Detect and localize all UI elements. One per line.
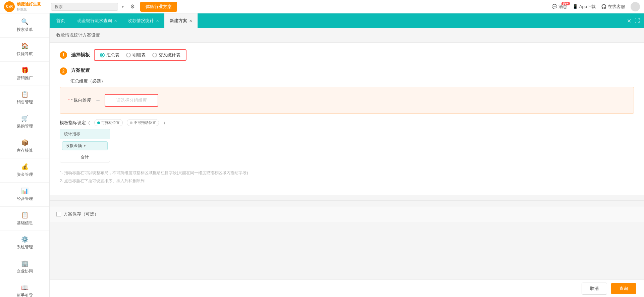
download-btn[interactable]: 📱 App下载 bbox=[573, 4, 596, 10]
operations-icon: 📊 bbox=[21, 187, 29, 195]
no-drag-badge: 不可拖动位置 bbox=[127, 119, 159, 126]
tabbar-actions: ✕ ⛶ bbox=[627, 18, 644, 24]
download-icon: 📱 bbox=[573, 4, 578, 9]
indicator-title: 模板指标设定（ bbox=[60, 120, 90, 126]
radio-summary-circle bbox=[100, 53, 105, 57]
sidebar-item-marketing[interactable]: 🎁 营销推广 bbox=[0, 62, 49, 86]
dim-placeholder[interactable]: 请选择分组维度 bbox=[105, 94, 158, 107]
sidebar-item-basics[interactable]: 📋 基础信息 bbox=[0, 207, 49, 231]
tab-home[interactable]: 首页 bbox=[50, 13, 72, 28]
radio-crosstab-circle bbox=[152, 53, 157, 57]
vertical-dim-label: * * 纵向维度 bbox=[68, 97, 91, 103]
sidebar-item-quicknav[interactable]: 🏠 快捷导航 bbox=[0, 38, 49, 62]
template-select-box: 汇总表 明细表 交叉统计表 bbox=[94, 49, 186, 61]
trial-button[interactable]: 体验行业方案 bbox=[140, 2, 177, 12]
messages-badge: 99+ bbox=[561, 2, 570, 5]
step2-number: 2 bbox=[60, 67, 67, 75]
logo-text: 畅捷通好生意 标准版 bbox=[17, 1, 41, 12]
step1-number: 1 bbox=[60, 51, 67, 59]
config-section: 汇总维度（必选） * * 纵向维度 → 请选择分组维度 bbox=[60, 75, 634, 188]
sidebar-item-finance[interactable]: 💰 资金管理 bbox=[0, 158, 49, 183]
system-icon: ⚙️ bbox=[21, 236, 29, 243]
cancel-button[interactable]: 取消 bbox=[582, 283, 607, 295]
step1-label: 选择模板 bbox=[71, 52, 90, 58]
sidebar-item-operations[interactable]: 📊 经营管理 bbox=[0, 183, 49, 207]
radio-crosstab[interactable]: 交叉统计表 bbox=[152, 52, 180, 58]
query-button[interactable]: 查询 bbox=[611, 283, 636, 294]
home-icon: 🏠 bbox=[21, 42, 29, 50]
marketing-icon: 🎁 bbox=[21, 66, 29, 74]
enterprise-icon: 🏢 bbox=[21, 260, 29, 267]
logo-icon: CaR bbox=[4, 1, 15, 12]
message-icon: 💬 bbox=[552, 4, 557, 9]
draggable-badge: 可拖动位置 bbox=[94, 119, 123, 126]
draggable-dot bbox=[97, 121, 100, 124]
messages-btn[interactable]: 💬 消息 99+ bbox=[552, 4, 567, 10]
inventory-icon: 📦 bbox=[21, 139, 29, 146]
indicator-header: 模板指标设定（ 可拖动位置 不可拖动位置 ） bbox=[60, 119, 634, 126]
tips-area: 1. 拖动标题栏可以调整布局，不可跨维度或指标区域拖动栏目字段(只能在同一维度或… bbox=[60, 169, 634, 185]
sidebar-item-sales[interactable]: 📋 销售管理 bbox=[0, 86, 49, 110]
sales-icon: 📋 bbox=[21, 91, 29, 98]
finance-icon: 💰 bbox=[21, 163, 29, 170]
support-icon: 🎧 bbox=[601, 4, 606, 9]
section-divider bbox=[50, 200, 644, 201]
no-drag-dot bbox=[130, 121, 132, 124]
sidebar-item-guide[interactable]: 📖 新手引导 bbox=[0, 279, 49, 297]
tip2-text: 2. 点击标题栏下拉可设置排序、插入列和删除列 bbox=[60, 177, 145, 185]
tab-new-plan[interactable]: 新建方案 ✕ bbox=[164, 13, 198, 28]
tab-close-bank[interactable]: ✕ bbox=[114, 19, 117, 23]
footer: 取消 查询 bbox=[50, 280, 644, 297]
topbar-right: 💬 消息 99+ 📱 App下载 🎧 在线客服 bbox=[552, 2, 640, 11]
tip2-row: 2. 点击标题栏下拉可设置排序、插入列和删除列 bbox=[60, 177, 634, 185]
indicator-table: 统计指标 收款金额 ▾ 合计 bbox=[60, 129, 110, 162]
radio-summary[interactable]: 汇总表 bbox=[100, 52, 119, 58]
tab-close-receipt[interactable]: ✕ bbox=[156, 19, 159, 23]
dropdown-chevron-icon[interactable]: ▼ bbox=[121, 4, 125, 9]
step2-label: 方案配置 bbox=[71, 67, 90, 73]
dim-title: 汇总维度（必选） bbox=[70, 78, 634, 84]
support-btn[interactable]: 🎧 在线客服 bbox=[601, 4, 625, 10]
close-window-icon[interactable]: ✕ bbox=[627, 18, 631, 24]
search-input[interactable] bbox=[51, 3, 118, 11]
sidebar-item-system[interactable]: ⚙️ 系统管理 bbox=[0, 231, 49, 255]
radio-detail[interactable]: 明细表 bbox=[126, 52, 146, 58]
indicator-title-end: ） bbox=[163, 120, 167, 126]
indicator-table-header: 统计指标 bbox=[60, 129, 110, 139]
tab-bank-flow[interactable]: 现金银行流水查询 ✕ bbox=[72, 13, 122, 28]
main-layout: 🔍 搜索菜单 🏠 快捷导航 🎁 营销推广 📋 销售管理 🛒 采购管理 📦 库存核… bbox=[0, 13, 644, 297]
tip1-row: 1. 拖动标题栏可以调整布局，不可跨维度或指标区域拖动栏目字段(只能在同一维度或… bbox=[60, 169, 634, 177]
basics-icon: 📋 bbox=[21, 211, 29, 219]
save-checkbox[interactable] bbox=[56, 212, 61, 216]
search-menu-icon: 🔍 bbox=[21, 18, 29, 26]
form-area: 1 选择模板 汇总表 明细表 交叉统计表 bbox=[50, 43, 644, 195]
sidebar-item-search[interactable]: 🔍 搜索菜单 bbox=[0, 13, 49, 38]
dim-row: * * 纵向维度 → 请选择分组维度 bbox=[68, 94, 626, 107]
gear-icon[interactable]: ⚙ bbox=[130, 3, 135, 10]
step2-row: 2 方案配置 bbox=[60, 67, 634, 75]
sidebar-item-purchase[interactable]: 🛒 采购管理 bbox=[0, 110, 49, 134]
topbar: CaR 畅捷通好生意 标准版 ▼ ⚙ 体验行业方案 💬 消息 99+ 📱 App… bbox=[0, 0, 644, 13]
sidebar: 🔍 搜索菜单 🏠 快捷导航 🎁 营销推广 📋 销售管理 🛒 采购管理 📦 库存核… bbox=[0, 13, 50, 297]
save-option-row: 方案保存（可选） bbox=[50, 206, 644, 222]
sidebar-item-inventory[interactable]: 📦 库存核算 bbox=[0, 134, 49, 158]
logo-area: CaR 畅捷通好生意 标准版 bbox=[4, 1, 51, 12]
save-label: 方案保存（可选） bbox=[64, 211, 99, 217]
user-avatar[interactable] bbox=[631, 2, 640, 11]
indicator-tag-amount[interactable]: 收款金额 ▾ bbox=[62, 141, 108, 150]
maximize-icon[interactable]: ⛶ bbox=[635, 18, 640, 24]
tab-close-new[interactable]: ✕ bbox=[189, 19, 192, 23]
indicator-section: 模板指标设定（ 可拖动位置 不可拖动位置 ） bbox=[60, 119, 634, 163]
arrow-icon: → bbox=[95, 97, 101, 103]
guide-icon: 📖 bbox=[21, 284, 29, 291]
content-area: 首页 现金银行流水查询 ✕ 收款情况统计 ✕ 新建方案 ✕ ✕ ⛶ bbox=[50, 13, 644, 297]
purchase-icon: 🛒 bbox=[21, 115, 29, 122]
breadcrumb: 收款情况统计方案设置 bbox=[50, 28, 644, 43]
tag-chevron-icon: ▾ bbox=[84, 144, 86, 148]
tab-receipt-stats[interactable]: 收款情况统计 ✕ bbox=[122, 13, 164, 28]
sidebar-item-enterprise[interactable]: 🏢 企业协同 bbox=[0, 255, 49, 279]
topbar-mid: ▼ ⚙ 体验行业方案 bbox=[51, 2, 552, 12]
page-content: 收款情况统计方案设置 1 选择模板 汇总表 明细表 bbox=[50, 28, 644, 280]
radio-detail-circle bbox=[126, 53, 131, 57]
step1-row: 1 选择模板 汇总表 明细表 交叉统计表 bbox=[60, 49, 634, 61]
